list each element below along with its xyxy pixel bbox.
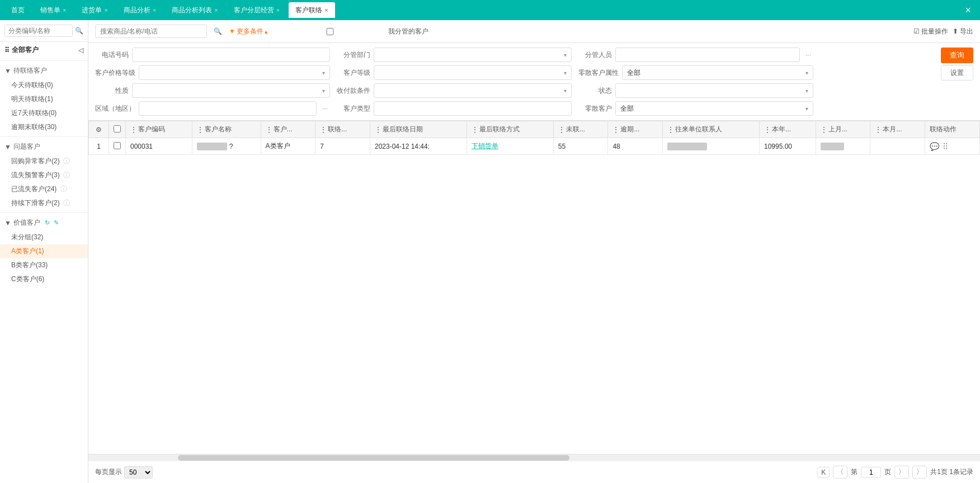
- nav-product-analysis[interactable]: 商品分析 ×: [117, 2, 163, 18]
- filter-payment-select[interactable]: ▾: [374, 83, 572, 98]
- sidebar-item-today[interactable]: 今天待联络(0): [0, 78, 88, 92]
- nav-home[interactable]: 首页: [4, 2, 31, 18]
- sidebar-item-tomorrow[interactable]: 明天待联络(1): [0, 92, 88, 106]
- export-btn[interactable]: ⬆ 导出: [953, 27, 973, 36]
- filter-dept-select[interactable]: ▾: [374, 48, 572, 62]
- sidebar-item-repurchase-abnormal[interactable]: 回购异常客户(2) ⓘ: [0, 154, 88, 168]
- filter-ctype-input[interactable]: [374, 101, 572, 116]
- qr-icon[interactable]: ⠿: [943, 142, 948, 151]
- last-method-link[interactable]: 下销货单: [472, 142, 498, 150]
- filter-manager-input[interactable]: [615, 48, 800, 62]
- close-contact-tab[interactable]: ×: [324, 7, 328, 13]
- sidebar-item-ungrouped[interactable]: 未分组(32): [0, 230, 88, 244]
- row-checkbox[interactable]: [114, 142, 121, 149]
- cell-last-date: 2023-04-12 14:44:: [370, 138, 467, 155]
- sidebar-item-declining[interactable]: 持续下滑客户(2) ⓘ: [0, 196, 88, 210]
- nav-purchase[interactable]: 进货单 ×: [75, 2, 114, 18]
- nav-customer-contact[interactable]: 客户联络 ×: [289, 2, 334, 18]
- nav-sales[interactable]: 销售单 ×: [34, 2, 73, 18]
- per-page-select[interactable]: 50 100 200: [124, 466, 153, 479]
- search-input[interactable]: [95, 25, 207, 38]
- th-last-contact-method[interactable]: ⋮ 最后联络方式: [467, 121, 553, 138]
- sidebar-search-icon[interactable]: 🔍: [75, 27, 83, 35]
- my-customers-checkbox[interactable]: [274, 28, 386, 35]
- chat-icon[interactable]: 💬: [930, 142, 939, 151]
- filter-retail-customer: 零散客户 全部 ▾: [578, 101, 813, 116]
- search-bar-icon[interactable]: 🔍: [214, 27, 222, 35]
- sidebar-item-class-c[interactable]: C类客户(6): [0, 272, 88, 286]
- th-code[interactable]: ⋮ 客户编码: [126, 121, 192, 138]
- th-gear[interactable]: ⚙: [89, 121, 109, 138]
- sidebar-item-overdue[interactable]: 逾期未联络(30): [0, 120, 88, 134]
- filter-customer-level: 客户等级 ▾: [337, 65, 572, 80]
- close-product-list-tab[interactable]: ×: [214, 7, 218, 13]
- filter-price-select[interactable]: ▾: [139, 65, 330, 80]
- th-name[interactable]: ⋮ 客户名称: [192, 121, 261, 138]
- sidebar-group-problem[interactable]: ▼ 问题客户: [0, 139, 88, 154]
- th-overdue[interactable]: ⋮ 逾期...: [608, 121, 663, 138]
- my-customers-filter[interactable]: 我分管的客户: [274, 27, 428, 36]
- info-icon: ⓘ: [63, 157, 70, 165]
- sidebar-all-customers[interactable]: ⠿ 全部客户 ◁: [0, 42, 88, 58]
- batch-ops-btn[interactable]: ☑ 批量操作: [913, 27, 948, 36]
- nav-product-analysis-list[interactable]: 商品分析列表 ×: [165, 2, 224, 18]
- info-icon-4: ⓘ: [63, 199, 70, 207]
- scroll-thumb[interactable]: [178, 455, 569, 461]
- nav-customer-segment[interactable]: 客户分层经营 ×: [227, 2, 286, 18]
- filter-price-label: 客户价格等级: [95, 68, 135, 78]
- filter-level-select[interactable]: ▾: [374, 65, 572, 80]
- page-number-input[interactable]: [861, 467, 881, 478]
- sidebar-search-input[interactable]: [4, 25, 73, 37]
- group-title-value: 价值客户: [13, 218, 40, 228]
- first-page-btn[interactable]: K: [817, 467, 830, 478]
- sidebar-item-class-b[interactable]: B类客户(33): [0, 258, 88, 272]
- sidebar-group-pending[interactable]: ▼ 待联络客户: [0, 63, 88, 78]
- filter-nature-select[interactable]: ▾: [132, 83, 330, 98]
- th-this-month[interactable]: ⋮ 本月...: [870, 121, 925, 138]
- close-segment-tab[interactable]: ×: [276, 7, 280, 13]
- region-dots-btn[interactable]: ···: [320, 105, 330, 112]
- per-page-selector: 每页显示 50 100 200: [95, 466, 153, 479]
- sidebar-item-churned[interactable]: 已流失客户(24) ⓘ: [0, 182, 88, 196]
- th-no-contact[interactable]: ⋮ 未联...: [553, 121, 608, 138]
- filter-row-4: 区域（地区） ··· 客户类型 零散客户 全部 ▾: [95, 101, 932, 116]
- sidebar-item-class-a[interactable]: A类客户(1): [0, 244, 88, 258]
- close-sales-tab[interactable]: ×: [63, 7, 66, 13]
- cell-last-month: [816, 138, 870, 155]
- page-label: 第: [851, 467, 858, 477]
- filter-action-buttons: 查询 设置: [941, 48, 973, 116]
- filter-region-input[interactable]: [139, 101, 317, 116]
- edit-icon[interactable]: ✎: [54, 219, 59, 226]
- select-all-checkbox[interactable]: [114, 125, 121, 132]
- th-contact-count[interactable]: ⋮ 联络...: [315, 121, 370, 138]
- filter-phone-input[interactable]: [132, 48, 330, 62]
- close-purchase-tab[interactable]: ×: [104, 7, 107, 13]
- th-customer-type[interactable]: ⋮ 客户...: [261, 121, 315, 138]
- manager-dots-btn[interactable]: ···: [803, 51, 813, 59]
- filter-retail-attr-select[interactable]: 全部 ▾: [622, 65, 813, 80]
- query-button[interactable]: 查询: [941, 48, 973, 63]
- th-last-contact-date[interactable]: ⋮ 最后联络日期: [370, 121, 467, 138]
- filter-retail-select[interactable]: 全部 ▾: [615, 101, 813, 116]
- filter-retail-attr: 零散客户属性 全部 ▾: [578, 65, 813, 80]
- collapse-icon: ◁: [78, 46, 83, 54]
- th-unit-contact[interactable]: ⋮ 往来单位联系人: [663, 121, 760, 138]
- horizontal-scrollbar[interactable]: [88, 454, 980, 461]
- refresh-icon[interactable]: ↻: [45, 219, 50, 226]
- cell-name: Ea ?: [192, 138, 261, 155]
- filter-status-select[interactable]: ▾: [615, 83, 813, 98]
- sidebar-item-churn-warning[interactable]: 流失预警客户(3) ⓘ: [0, 168, 88, 182]
- th-last-month[interactable]: ⋮ 上月...: [816, 121, 870, 138]
- next-page-btn[interactable]: 〉: [894, 466, 909, 479]
- sidebar-group-value[interactable]: ▼ 价值客户 ↻ ✎: [0, 215, 88, 230]
- close-product-analysis-tab[interactable]: ×: [153, 7, 156, 13]
- prev-page-btn[interactable]: 〈: [833, 466, 847, 479]
- cell-last-method[interactable]: 下销货单: [467, 138, 553, 155]
- last-page-btn[interactable]: 〉: [912, 466, 927, 479]
- sidebar-item-7days[interactable]: 近7天待联络(0): [0, 106, 88, 120]
- settings-button[interactable]: 设置: [941, 65, 973, 80]
- more-conditions-btn[interactable]: ▼ 更多条件 ▴: [229, 27, 267, 36]
- close-all-tabs[interactable]: ×: [960, 4, 976, 16]
- th-this-year[interactable]: ⋮ 本年...: [759, 121, 816, 138]
- gear-icon[interactable]: ⚙: [96, 126, 102, 134]
